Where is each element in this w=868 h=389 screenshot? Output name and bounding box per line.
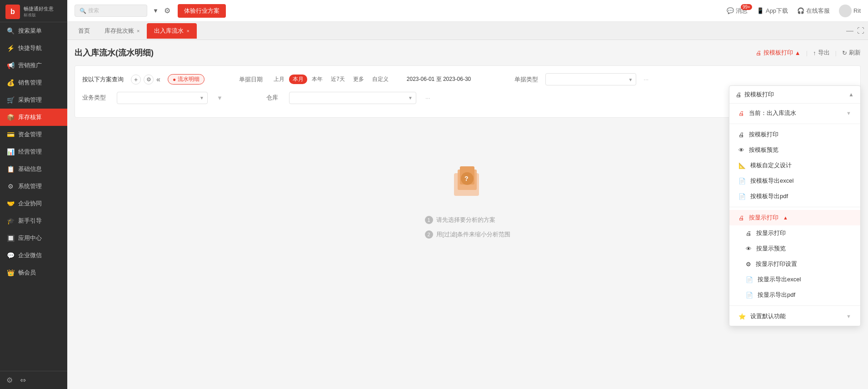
- system-icon: ⚙: [6, 183, 15, 190]
- warehouse-select[interactable]: [289, 92, 416, 104]
- biz-type-more-icon[interactable]: ▼: [217, 95, 223, 101]
- topbar-search-box[interactable]: 🔍 搜索: [75, 5, 147, 17]
- tab-flow[interactable]: 出入库流水 ×: [147, 23, 196, 39]
- filter-collapse-icon[interactable]: «: [156, 75, 160, 84]
- export-label: 导出: [818, 49, 830, 57]
- maximize-icon[interactable]: ⛶: [857, 27, 864, 35]
- refresh-btn[interactable]: ↻ 刷新: [842, 49, 861, 57]
- sidebar-item-label: 采购管理: [18, 96, 42, 104]
- page-header: 出入库流水(流水明细) 🖨 按模板打印 ▲ | ↑ 导出 | ↻: [75, 47, 861, 58]
- date-tab-this-month[interactable]: 本月: [289, 75, 307, 84]
- filter-settings-btn[interactable]: ⚙: [144, 75, 154, 85]
- tip-num-1: 1: [425, 216, 433, 224]
- dropdown-header: 🖨 按模板打印 ▲: [729, 86, 860, 104]
- date-tab-custom[interactable]: 自定义: [369, 75, 392, 84]
- export-btn[interactable]: ↑ 导出: [813, 49, 830, 57]
- headset-icon: 🎧: [797, 7, 804, 14]
- search-icon: 🔍: [6, 27, 15, 35]
- dropdown-item-template-print[interactable]: 🖨 按模板打印: [729, 127, 860, 142]
- settings-icon[interactable]: ⚙: [6, 376, 13, 384]
- app-download-btn[interactable]: 📱 App下载: [757, 7, 788, 15]
- type-filter-select[interactable]: [545, 73, 636, 85]
- template-print-btn[interactable]: 🖨 按模板打印 ▲: [756, 49, 801, 57]
- user-name: Rit: [853, 7, 861, 14]
- sidebar-item-enterprise[interactable]: 🤝 企业协同: [0, 195, 67, 212]
- dropdown-current-item[interactable]: 🖨 当前：出入库流水 ▼: [729, 105, 860, 121]
- dropdown-item-set-default[interactable]: ⭐ 设置默认功能 ▼: [729, 309, 860, 324]
- dropdown-item-display-settings[interactable]: ⚙ 按显示打印设置: [729, 256, 860, 272]
- type-filter-more-icon[interactable]: ···: [644, 76, 649, 83]
- sidebar-item-label: 系统管理: [18, 182, 42, 190]
- separator-1: [729, 124, 860, 124]
- current-print-icon: 🖨: [738, 110, 744, 117]
- item-label: 按模板导出excel: [750, 177, 793, 185]
- date-tab-7days[interactable]: 近7天: [327, 75, 349, 84]
- main-area: 🔍 搜索 ▼ ⚙ 体验行业方案 💬 消息 99+ 📱 App下载 🎧 在线客服: [67, 0, 868, 389]
- dropdown-item-template-pdf[interactable]: 📄 按模板导出pdf: [729, 189, 860, 204]
- sidebar-item-inventory[interactable]: 📦 库存核算: [0, 109, 67, 126]
- sidebar-item-basic[interactable]: 📋 基础信息: [0, 160, 67, 178]
- sidebar-item-quick-nav[interactable]: ⚡ 快捷导航: [0, 40, 67, 57]
- tab-flow-close-icon[interactable]: ×: [186, 28, 189, 34]
- sidebar-item-marketing[interactable]: 📢 营销推广: [0, 57, 67, 74]
- dropdown-item-template-excel[interactable]: 📄 按模板导出excel: [729, 173, 860, 189]
- sidebar-item-label: 新手引导: [18, 217, 42, 225]
- sidebar-item-wechat[interactable]: 💬 企业微信: [0, 247, 67, 264]
- dropdown-item-template-preview[interactable]: 👁 按模板预览: [729, 142, 860, 158]
- dropdown-current-label: 当前：出入库流水: [749, 109, 796, 117]
- industry-btn[interactable]: 体验行业方案: [178, 4, 226, 18]
- sidebar-item-finance[interactable]: 💳 资金管理: [0, 126, 67, 143]
- sidebar-item-search[interactable]: 🔍 搜索菜单: [0, 22, 67, 40]
- filter-add-btn[interactable]: +: [131, 75, 141, 85]
- type-filter-select-wrap: [545, 73, 636, 85]
- message-btn[interactable]: 💬 消息 99+: [727, 7, 748, 15]
- template-custom-icon: 📐: [738, 162, 746, 169]
- dropdown-item-template-custom[interactable]: 📐 模板自定义设计: [729, 158, 860, 173]
- tab-batch-close-icon[interactable]: ×: [137, 28, 140, 34]
- warehouse-more-icon[interactable]: ···: [425, 95, 430, 101]
- user-profile[interactable]: Rit: [839, 5, 861, 17]
- collapse-sidebar-icon[interactable]: ⇔: [20, 376, 26, 384]
- sidebar-item-app-center[interactable]: 🔲 应用中心: [0, 229, 67, 247]
- sidebar-item-guide[interactable]: 🎓 新手引导: [0, 212, 67, 229]
- sidebar-item-sales[interactable]: 💰 销售管理: [0, 74, 67, 91]
- biz-type-label: 业务类型: [82, 94, 106, 102]
- empty-tip-1: 请先选择要分析的方案: [436, 216, 495, 223]
- tab-batch-account[interactable]: 库存批次账 ×: [97, 23, 147, 39]
- date-tab-more[interactable]: 更多: [349, 75, 368, 84]
- divider1: |: [806, 50, 808, 56]
- page-title: 出入库流水(流水明细): [75, 47, 154, 58]
- tab-batch-label: 库存批次账: [105, 27, 134, 35]
- biz-type-select-wrap: [117, 92, 208, 104]
- sidebar-item-member[interactable]: 👑 畅会员: [0, 264, 67, 281]
- filter-row-1: 按以下方案查询 + ⚙ « ● 流水明细 单据日期 上月 本月 本年: [82, 73, 853, 85]
- sidebar-item-operations[interactable]: 📊 经营管理: [0, 143, 67, 160]
- dropdown-current-arrow: ▼: [846, 110, 851, 116]
- item-label: 模板自定义设计: [750, 161, 792, 170]
- dropdown-item-display-pdf[interactable]: 📄 按显示导出pdf: [729, 287, 860, 303]
- dropdown-item-display-preview[interactable]: 👁 按显示预览: [729, 241, 860, 256]
- dropdown-header-up-icon[interactable]: ▲: [848, 91, 854, 98]
- print-icon: 🖨: [756, 50, 762, 56]
- date-tab-this-year[interactable]: 本年: [308, 75, 326, 84]
- sidebar-item-system[interactable]: ⚙ 系统管理: [0, 178, 67, 195]
- sidebar-bottom: ⚙ ⇔: [0, 371, 67, 389]
- search-dropdown-arrow[interactable]: ▼: [153, 7, 159, 14]
- enterprise-icon: 🤝: [6, 200, 15, 207]
- sidebar-item-label: 应用中心: [18, 234, 42, 242]
- dropdown-item-display-excel[interactable]: 📄 按显示导出excel: [729, 272, 860, 287]
- dropdown-display-header[interactable]: 🖨 按显示打印 ▲: [729, 210, 860, 225]
- biz-type-select[interactable]: [117, 92, 208, 104]
- filter-label: 按以下方案查询: [82, 75, 124, 84]
- online-service-btn[interactable]: 🎧 在线客服: [797, 7, 830, 15]
- search-icon: 🔍: [80, 8, 86, 14]
- filter-tag[interactable]: ● 流水明细: [168, 74, 205, 85]
- minimize-icon[interactable]: —: [846, 27, 853, 35]
- sidebar-item-purchase[interactable]: 🛒 采购管理: [0, 91, 67, 109]
- date-tab-last-month[interactable]: 上月: [270, 75, 288, 84]
- topbar-gear-icon[interactable]: ⚙: [164, 6, 170, 15]
- display-section-arrow: ▲: [783, 215, 788, 220]
- dropdown-item-display-print[interactable]: 🖨 按显示打印: [729, 225, 860, 241]
- display-preview-icon: 👁: [746, 245, 752, 252]
- tab-home[interactable]: 首页: [71, 23, 97, 39]
